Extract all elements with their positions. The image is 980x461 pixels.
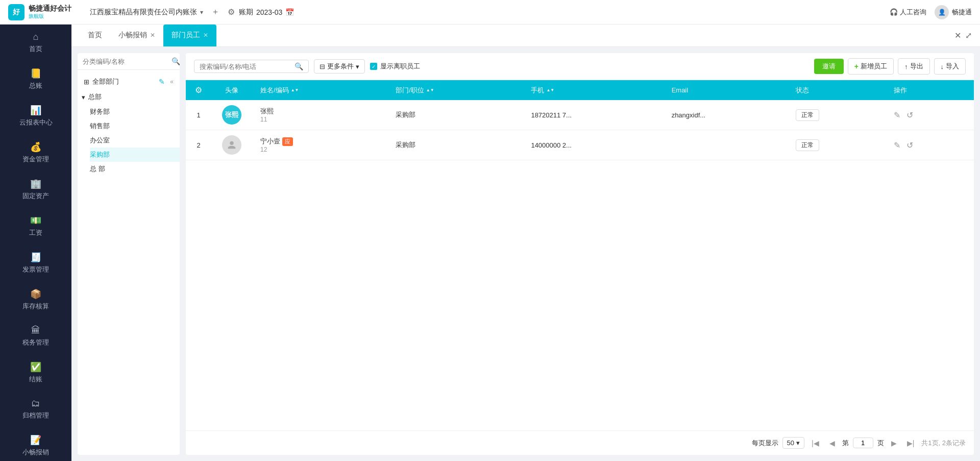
sidebar-item-label: 结账 [29, 375, 42, 384]
row-actions: ✎ ↺ [886, 100, 974, 130]
company-selector[interactable]: 江西服宝精品有限责任公司内账张 ▾ [90, 8, 203, 17]
col-phone[interactable]: 手机 ▲▼ [523, 80, 663, 100]
page-label-pre: 第 [842, 439, 849, 448]
content-area: 首页 小畅报销 ✕ 部门员工 ✕ ✕ ⤢ 🔍 [71, 25, 980, 461]
import-icon: ↓ [941, 63, 944, 70]
sidebar-item-invoice[interactable]: 🧾 发票管理 [0, 245, 71, 281]
sidebar-item-reports[interactable]: 📊 云报表中心 [0, 98, 71, 134]
company-name: 江西服宝精品有限责任公司内账张 [90, 8, 197, 17]
calendar-icon[interactable]: 📅 [285, 8, 294, 16]
dept-search-input[interactable] [83, 58, 168, 65]
col-settings[interactable]: ⚙ [186, 80, 211, 100]
add-employee-button[interactable]: + 新增员工 [848, 58, 894, 75]
expense-icon: 📝 [30, 434, 41, 446]
employees-table: ⚙ 头像 姓名/编码 ▲▼ [186, 80, 974, 160]
sidebar-item-inventory[interactable]: 📦 库存核算 [0, 281, 71, 318]
pagination: 每页显示 50 ▾ |◀ ◀ 第 页 ▶ ▶| 共1页, 2条记录 [186, 430, 974, 455]
gear-icon[interactable]: ⚙ [195, 86, 202, 94]
dept-sales-label: 销售部 [90, 122, 110, 131]
add-button[interactable]: ＋ [211, 7, 219, 17]
row-dept: 采购部 [387, 100, 523, 130]
export-button[interactable]: ↑ 导出 [898, 58, 930, 75]
dept-edit-button[interactable]: ✎ [159, 78, 165, 86]
page-input[interactable] [853, 438, 873, 448]
assets-icon: 🏢 [30, 178, 41, 189]
next-page-button[interactable]: ▶ [888, 438, 900, 448]
row-phone: 14000000 2... [523, 130, 663, 160]
account-period: 账期 2023-03 📅 [239, 8, 294, 17]
main-layout: ⌂ 首页 📒 总账 📊 云报表中心 💰 资金管理 🏢 固定资产 💵 工资 🧾 发… [0, 25, 980, 461]
col-name[interactable]: 姓名/编码 ▲▼ [252, 80, 387, 100]
dept-item-sales[interactable]: 销售部 [90, 119, 180, 133]
employee-search-input[interactable] [200, 63, 291, 70]
sidebar-item-label: 小畅报销 [22, 448, 49, 457]
sidebar-item-assets[interactable]: 🏢 固定资产 [0, 171, 71, 208]
sidebar-item-ledger[interactable]: 📒 总账 [0, 61, 71, 98]
first-page-button[interactable]: |◀ [808, 438, 822, 448]
tab-home[interactable]: 首页 [80, 25, 110, 46]
action-icons: ✎ ↺ [894, 140, 966, 150]
sort-arrows-name: ▲▼ [291, 88, 299, 92]
right-panel: 🔍 ⊟ 更多条件 ▾ ✓ 显示离职员工 邀请 + [186, 53, 974, 455]
user-area[interactable]: 👤 畅捷通 [935, 5, 972, 19]
headset-icon: 🎧 [890, 8, 898, 16]
sidebar-item-tax[interactable]: 🏛 税务管理 [0, 318, 71, 354]
all-depts-item[interactable]: ⊞ 全部部门 ✎ « [78, 74, 180, 89]
ledger-icon: 📒 [30, 68, 41, 79]
invite-button[interactable]: 邀请 [814, 59, 844, 74]
sidebar-item-expense[interactable]: 📝 小畅报销 [0, 427, 71, 461]
dept-item-finance[interactable]: 财务部 [90, 105, 180, 119]
show-resigned-checkbox[interactable]: ✓ 显示离职员工 [370, 62, 420, 71]
dept-item-hq[interactable]: 总 部 [90, 162, 180, 176]
app-title: 畅捷通好会计 [29, 4, 71, 13]
import-button[interactable]: ↓ 导入 [934, 58, 966, 75]
tab-expand-button[interactable]: ⤢ [965, 31, 972, 40]
dept-search-icon[interactable]: 🔍 [172, 57, 180, 65]
sidebar-item-home[interactable]: ⌂ 首页 [0, 25, 71, 61]
status-badge: 正常 [796, 109, 819, 121]
employee-search-box: 🔍 [194, 60, 309, 73]
settings-button[interactable]: ⚙ [228, 7, 235, 17]
tab-expense[interactable]: 小畅报销 ✕ [110, 25, 163, 46]
total-info: 共1页, 2条记录 [921, 439, 966, 448]
dept-item-purchase[interactable]: 采购部 [90, 148, 180, 162]
export-label: 导出 [910, 62, 923, 71]
top-bar: 好 畅捷通好会计 旗舰版 江西服宝精品有限责任公司内账张 ▾ ＋ ⚙ 账期 20… [0, 0, 980, 25]
sidebar-item-label: 固定资产 [22, 191, 49, 201]
per-page-select[interactable]: 50 ▾ [782, 437, 804, 449]
table-row: 2 宁小壹应12采购部14000000 2...正常 ✎ ↺ [186, 130, 974, 160]
employee-code: 12 [260, 146, 379, 153]
account-period-value: 2023-03 [256, 8, 282, 16]
tab-employees-close[interactable]: ✕ [203, 32, 208, 39]
edit-action-icon[interactable]: ✎ [894, 140, 900, 150]
status-badge: 正常 [796, 139, 819, 151]
edit-action-icon[interactable]: ✎ [894, 110, 900, 120]
dept-item-office[interactable]: 办公室 [90, 133, 180, 148]
sidebar-item-salary[interactable]: 💵 工资 [0, 208, 71, 245]
sidebar-item-label: 发票管理 [22, 265, 49, 274]
more-conditions-button[interactable]: ⊟ 更多条件 ▾ [314, 59, 365, 74]
account-period-label: 账期 [239, 8, 253, 17]
collapse-icon[interactable]: « [170, 78, 174, 85]
delete-action-icon[interactable]: ↺ [906, 110, 913, 120]
sort-arrows-dept: ▲▼ [426, 88, 434, 92]
sort-arrows-phone: ▲▼ [546, 88, 554, 92]
col-dept[interactable]: 部门/职位 ▲▼ [387, 80, 523, 100]
sidebar-item-label: 云报表中心 [19, 118, 53, 127]
service-button[interactable]: 🎧 人工咨询 [890, 8, 926, 17]
last-page-button[interactable]: ▶| [904, 438, 918, 448]
delete-action-icon[interactable]: ↺ [906, 140, 913, 150]
tab-employees[interactable]: 部门员工 ✕ [163, 25, 216, 46]
sidebar-item-archive[interactable]: 🗂 归档管理 [0, 391, 71, 427]
more-conditions-label: 更多条件 [327, 62, 354, 71]
sidebar-item-funds[interactable]: 💰 资金管理 [0, 134, 71, 171]
tab-close-button[interactable]: ✕ [954, 31, 961, 40]
employee-search-icon[interactable]: 🔍 [295, 62, 303, 70]
tab-expense-close[interactable]: ✕ [150, 32, 155, 39]
sidebar-item-checkout[interactable]: ✅ 结账 [0, 354, 71, 391]
prev-page-button[interactable]: ◀ [826, 438, 838, 448]
dept-item-general[interactable]: ▾ 总部 [78, 89, 180, 105]
archive-icon: 🗂 [31, 398, 40, 409]
row-avatar: 张熙 [211, 100, 252, 130]
row-num: 2 [186, 130, 211, 160]
